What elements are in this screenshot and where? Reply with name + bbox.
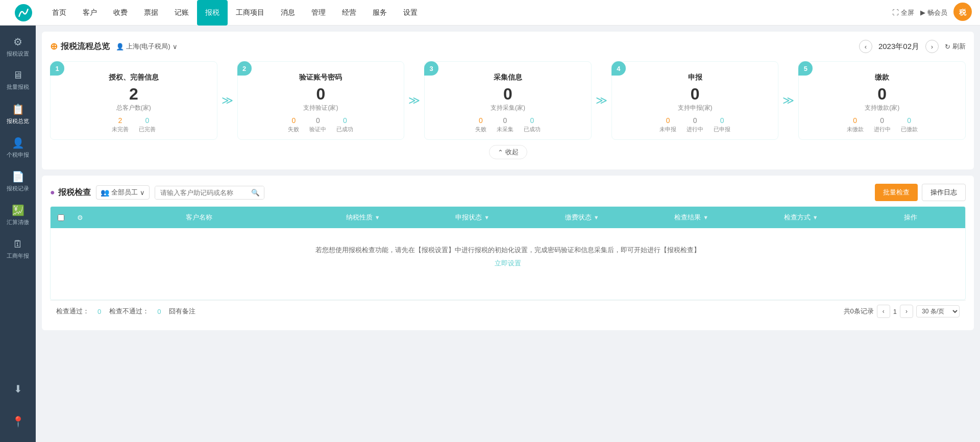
location-icon: 📍 [12,415,24,428]
th-gear[interactable]: ⚙ [71,214,89,222]
step-5-stats: 0 未缴款 0 进行中 0 已缴款 [807,116,957,133]
step-1-card: 1 授权、完善信息 2 总客户数(家) 2 未完善 0 已完善 [50,61,217,140]
top-nav: 首页 客户 收费 票据 记账 报税 工商项目 消息 管理 经营 服务 设置 ⛶ … [0,0,980,26]
user-avatar[interactable]: 税 [953,3,972,22]
next-page-button[interactable]: › [900,305,913,318]
month-navigation: ‹ 2023年02月 › [859,40,939,53]
nav-customer[interactable]: 客户 [75,0,105,26]
check-header: ● 报税检查 👥 全部员工 ∨ 🔍 批量检查 操作日志 [50,184,966,201]
setup-link[interactable]: 立即设置 [495,259,521,267]
tax-check-table: ⚙ 客户名称 纳税性质 ▼ 申报状态 ▼ 缴费状态 ▼ 检 [50,206,966,300]
collapse-button[interactable]: ⌃ 收起 [489,145,527,159]
search-input[interactable] [155,186,247,199]
step-5-count: 0 [807,84,957,104]
fullscreen-button[interactable]: ⛶ 全屏 [892,8,914,17]
nav-message[interactable]: 消息 [273,0,303,26]
step-5-card: 5 缴款 0 支持缴款(家) 0 未缴款 0 进行中 [798,61,966,140]
sidebar-item-personal-tax[interactable]: 👤 个税申报 [0,132,36,163]
step-4-title: 申报 [620,73,770,82]
page-number: 1 [893,308,897,315]
table-body: 若您想使用报税检查功能，请先在【报税设置】中进行报税的初始化设置，完成密码验证和… [51,228,965,300]
nav-invoice[interactable]: 票据 [136,0,166,26]
personal-tax-icon: 👤 [12,137,24,149]
check-circle-icon: ● [50,188,55,197]
sidebar-item-tax-overview[interactable]: 📋 报税总览 [0,98,36,130]
collapse-icon: ⌃ [498,149,503,156]
step-2-title: 验证账号密码 [246,73,396,82]
pass-label: 检查通过： [56,307,89,316]
table-header: ⚙ 客户名称 纳税性质 ▼ 申报状态 ▼ 缴费状态 ▼ 检 [51,207,965,228]
sidebar-item-tax-settings[interactable]: ⚙ 报税设置 [0,31,36,62]
nav-settings[interactable]: 设置 [395,0,426,26]
search-button[interactable]: 🔍 [247,186,264,199]
pass-count[interactable]: 0 [97,308,101,315]
nav-manage[interactable]: 管理 [303,0,334,26]
step-5-title: 缴款 [807,73,957,82]
employee-filter[interactable]: 👥 全部员工 ∨ [96,185,150,200]
annual-report-icon: 🗓 [13,238,23,250]
th-check-method: 检查方式 ▼ [746,213,856,222]
filter-icon-3[interactable]: ▼ [594,214,599,220]
nav-accounting[interactable]: 记账 [166,0,197,26]
step-2-stat-2: 0 已成功 [336,116,353,133]
sidebar-item-tax-records[interactable]: 📄 报税记录 [0,165,36,197]
step-4-stat-0: 0 未申报 [659,116,676,133]
sidebar-location[interactable]: 📍 [0,406,36,437]
refresh-button[interactable]: ↻ 刷新 [945,42,966,51]
nav-service[interactable]: 服务 [364,0,395,26]
search-box: 🔍 [155,186,264,200]
sidebar-item-batch-tax[interactable]: 🖥 批量报税 [0,64,36,95]
step-2-stat-0: 0 失败 [288,116,299,133]
fail-count[interactable]: 0 [157,308,161,315]
overview-plus-icon: ⊕ [50,41,58,52]
location-dropdown-icon: ∨ [173,43,178,51]
step-2-num: 2 [237,61,252,76]
main-layout: ⚙ 报税设置 🖥 批量报税 📋 报税总览 👤 个税申报 📄 报税记录 💹 汇算清… [0,26,980,442]
sidebar-item-reconciliation[interactable]: 💹 汇算清缴 [0,199,36,231]
select-all-checkbox[interactable] [58,214,64,221]
step-3-sub: 支持采集(家) [433,104,583,112]
sidebar-download[interactable]: ⬇ [0,374,36,404]
prev-page-button[interactable]: ‹ [877,305,890,318]
check-title: ● 报税检查 [50,187,91,198]
nav-fee[interactable]: 收费 [105,0,136,26]
next-month-button[interactable]: › [925,40,939,53]
nav-business[interactable]: 工商项目 [228,0,273,26]
logo [8,4,39,21]
nav-home[interactable]: 首页 [44,0,75,26]
step-2-stat-1: 0 验证中 [309,116,326,133]
step-1-stats: 2 未完善 0 已完善 [59,116,209,133]
batch-check-button[interactable]: 批量检查 [875,184,918,201]
arrow-4: ≫ [778,61,798,140]
member-button[interactable]: ▶ 畅会员 [920,8,947,17]
filter-icon-2[interactable]: ▼ [484,214,489,220]
step-4-sub: 支持申报(家) [620,104,770,112]
tax-settings-icon: ⚙ [13,36,22,48]
step-3-stat-0: 0 失败 [475,116,486,133]
th-checkbox[interactable] [51,214,71,221]
per-page-select[interactable]: 30 条/页50 条/页100 条/页 [916,305,960,317]
download-icon: ⬇ [14,383,22,395]
location-person-icon: 👤 [116,43,124,51]
location-selector[interactable]: 👤 上海(电子税局) ∨ [116,42,178,51]
sidebar-item-annual-report[interactable]: 🗓 工商年报 [0,233,36,264]
overview-header: ⊕ 报税流程总览 👤 上海(电子税局) ∨ ‹ 2023年02月 › ↻ 刷新 [50,40,966,53]
step-4-stat-2: 0 已申报 [714,116,730,133]
operation-log-button[interactable]: 操作日志 [922,184,966,201]
sidebar-bottom: ⬇ 📍 [0,374,36,437]
total-records: 共0条记录 [844,307,874,316]
prev-month-button[interactable]: ‹ [859,40,872,53]
step-2-card: 2 验证账号密码 0 支持验证(家) 0 失败 0 验证中 [237,61,405,140]
reconciliation-icon: 💹 [12,204,24,216]
step-1-stat-0: 2 未完善 [112,116,129,133]
tax-records-icon: 📄 [12,170,24,183]
filter-icon-4[interactable]: ▼ [703,214,708,220]
overview-panel: ⊕ 报税流程总览 👤 上海(电子税局) ∨ ‹ 2023年02月 › ↻ 刷新 [42,32,974,169]
note-label: 囧有备注 [169,307,195,316]
nav-operation[interactable]: 经营 [334,0,364,26]
filter-icon-5[interactable]: ▼ [813,214,818,220]
nav-tax[interactable]: 报税 [197,0,228,26]
th-customer-name: 客户名称 [89,213,308,222]
filter-icon-1[interactable]: ▼ [375,214,380,220]
th-declare-status: 申报状态 ▼ [418,213,528,222]
